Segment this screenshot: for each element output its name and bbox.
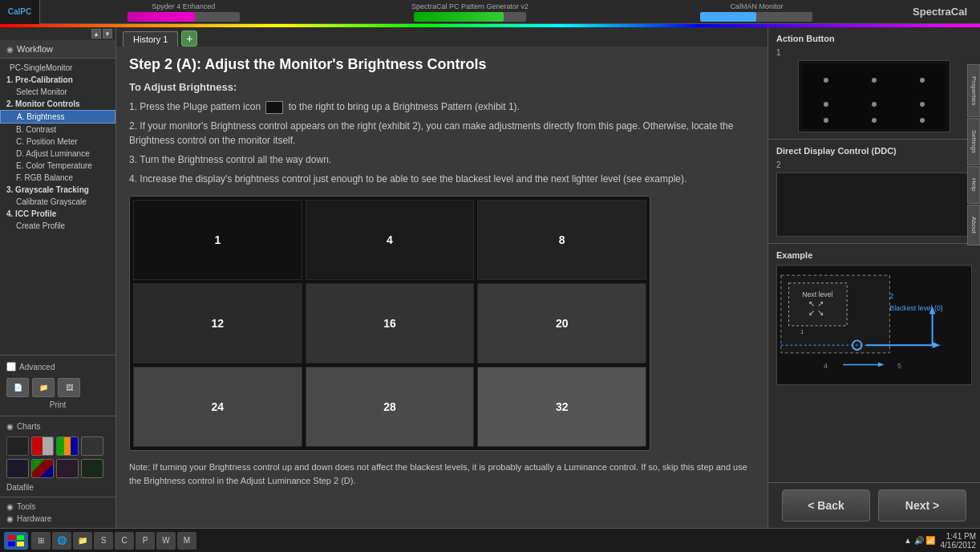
instruction-1: 1. Press the Pluge pattern icon to the r… — [129, 99, 755, 114]
chart-icon-8[interactable] — [81, 459, 103, 478]
ddc-input[interactable] — [776, 172, 972, 237]
action-button-section: Action Button 1 — [768, 27, 980, 140]
sidebar-item-position-meter[interactable]: C. Position Meter — [0, 136, 115, 148]
device1-bar-fill — [128, 12, 195, 22]
taskbar-icon-1[interactable]: ⊞ — [31, 532, 51, 550]
right-tab-properties[interactable]: Properties — [967, 64, 980, 117]
right-tab-about[interactable]: About — [967, 205, 980, 246]
scroll-up-arrow[interactable]: ▲ — [91, 29, 101, 39]
right-panel: Properties Settings Help About Action Bu… — [767, 27, 980, 528]
sidebar-item-adjust-luminance[interactable]: D. Adjust Luminance — [0, 148, 115, 160]
taskbar-icon-5[interactable]: C — [115, 532, 134, 550]
right-tab-settings[interactable]: Settings — [967, 118, 980, 165]
note-text: Note: If turning your Brightness control… — [129, 461, 755, 487]
sidebar-item-icc-profile[interactable]: 4. ICC Profile — [0, 208, 115, 220]
svg-point-9 — [920, 118, 925, 123]
sidebar-item-brightness[interactable]: A. Brightness — [0, 110, 115, 124]
pluge-icon-box — [265, 101, 283, 114]
device1-name: Spyder 4 Enhanced — [152, 2, 215, 10]
taskbar-icon-3[interactable]: 📁 — [73, 532, 92, 550]
sidebar-item-calibrate-grayscale[interactable]: Calibrate Grayscale — [0, 196, 115, 208]
sidebar-item-create-profile[interactable]: Create Profile — [0, 220, 115, 232]
datafile-label: Datafile — [0, 481, 115, 493]
top-bar: CalPC Spyder 4 Enhanced SpectraCal PC Pa… — [0, 0, 980, 24]
taskbar-icon-7[interactable]: W — [156, 532, 176, 550]
sidebar-item-pc-singlemonitor[interactable]: PC-SingleMonitor — [0, 62, 115, 74]
sidebar-item-pre-calibration[interactable]: 1. Pre-Calibration — [0, 74, 115, 86]
hardware-arrow: ◉ — [6, 514, 14, 523]
svg-point-3 — [920, 78, 925, 83]
chart-icon-4[interactable] — [81, 436, 103, 456]
back-button[interactable]: < Back — [782, 489, 870, 522]
sidebar-item-select-monitor[interactable]: Select Monitor — [0, 86, 115, 98]
nav-buttons: < Back Next > — [768, 482, 980, 528]
taskbar-right: ▲ 🔊 📶 1:41 PM 4/16/2012 — [904, 532, 976, 550]
charts-arrow: ◉ — [6, 422, 14, 431]
print-label: Print — [6, 400, 109, 409]
taskbar-icon-2[interactable]: 🌐 — [52, 532, 71, 550]
hardware-item[interactable]: ◉ Hardware — [6, 513, 109, 525]
charts-section: ◉ Charts Datafile — [0, 416, 115, 497]
tools-item[interactable]: ◉ Tools — [6, 501, 109, 513]
taskbar-system-icons: ▲ 🔊 📶 — [904, 536, 935, 545]
taskbar: ⊞ 🌐 📁 S C P W M ▲ 🔊 📶 1:41 PM 4/16/2012 — [0, 528, 980, 552]
svg-rect-30 — [17, 535, 24, 540]
chart-icon-1[interactable] — [6, 436, 29, 456]
windows-logo — [8, 535, 24, 546]
tab-bar: History 1 + — [116, 27, 767, 47]
logo-pc: PC — [20, 7, 31, 16]
chart-icon-6[interactable] — [31, 459, 54, 478]
action-button-svg — [802, 64, 946, 128]
tools-arrow: ◉ — [6, 502, 14, 511]
taskbar-icon-4[interactable]: S — [94, 532, 113, 550]
svg-point-1 — [824, 78, 828, 83]
taskbar-icon-6[interactable]: P — [136, 532, 155, 550]
taskbar-icon-8[interactable]: M — [177, 532, 196, 550]
app-title: SpectraCal — [900, 6, 980, 18]
action-button-number: 1 — [776, 48, 972, 57]
svg-text:↖ ↗: ↖ ↗ — [808, 299, 824, 308]
action-button-preview[interactable] — [798, 60, 950, 132]
advanced-checkbox[interactable] — [6, 362, 16, 371]
device2-bar-fill — [414, 12, 504, 22]
sidebar-doc-icon[interactable]: 📄 — [6, 378, 29, 397]
sidebar-bottom: Advanced 📄 📁 🖼 Print — [0, 355, 115, 416]
hardware-label: Hardware — [17, 514, 51, 523]
content-area: History 1 + Step 2 (A): Adjust the Monit… — [116, 27, 767, 528]
device2-section: SpectraCal PC Pattern Generator v2 — [326, 2, 613, 22]
tab-history1[interactable]: History 1 — [123, 31, 178, 47]
ddc-section: Direct Display Control (DDC) 2 — [768, 140, 980, 244]
sidebar-folder-icon[interactable]: 📁 — [32, 378, 55, 397]
pattern-cell-24: 24 — [133, 367, 302, 447]
instruction-4: 4. Increase the display's brightness con… — [129, 172, 755, 186]
sidebar: ▲ ▼ ◉ Workflow PC-SingleMonitor 1. Pre-C… — [0, 27, 116, 528]
tools-label: Tools — [17, 502, 35, 511]
charts-icon-row1 — [0, 433, 115, 459]
sidebar-item-rgb-balance[interactable]: F. RGB Balance — [0, 172, 115, 184]
tab-add-button[interactable]: + — [181, 30, 197, 47]
ddc-title: Direct Display Control (DDC) — [776, 146, 972, 156]
chart-icon-7[interactable] — [56, 459, 79, 478]
device3-bar-fill — [700, 12, 756, 22]
svg-text:↙ ↘: ↙ ↘ — [808, 308, 824, 317]
scroll-down-arrow[interactable]: ▼ — [103, 29, 112, 39]
sidebar-item-monitor-controls[interactable]: 2. Monitor Controls — [0, 98, 115, 110]
right-tab-help[interactable]: Help — [967, 166, 980, 203]
workflow-section: PC-SingleMonitor 1. Pre-Calibration Sele… — [0, 59, 115, 355]
sidebar-image-icon[interactable]: 🖼 — [58, 378, 80, 397]
svg-point-5 — [872, 102, 877, 107]
step-title: Step 2 (A): Adjust the Monitor's Brightn… — [129, 56, 755, 73]
action-button-title: Action Button — [776, 34, 972, 43]
sidebar-item-grayscale-tracking[interactable]: 3. Grayscale Tracking — [0, 184, 115, 196]
device3-section: CalMAN Monitor — [614, 2, 900, 22]
start-button[interactable] — [4, 532, 28, 550]
next-button[interactable]: Next > — [878, 489, 966, 522]
chart-icon-2[interactable] — [31, 436, 54, 456]
sidebar-item-color-temperature[interactable]: E. Color Temperature — [0, 160, 115, 172]
svg-point-7 — [824, 118, 828, 123]
chart-icon-3[interactable] — [56, 436, 79, 456]
chart-icon-5[interactable] — [6, 459, 29, 478]
sidebar-item-contrast[interactable]: B. Contrast — [0, 124, 115, 136]
taskbar-time: 1:41 PM 4/16/2012 — [941, 532, 977, 550]
ddc-number: 2 — [776, 160, 972, 169]
